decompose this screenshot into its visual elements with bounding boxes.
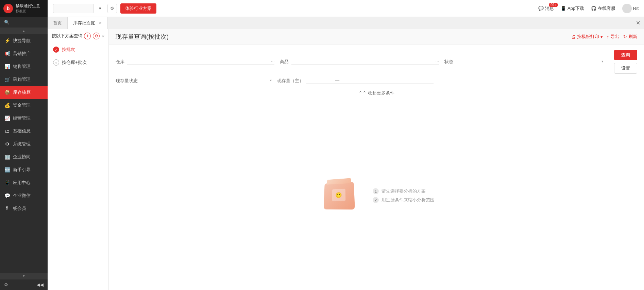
sidebar-item-label: 库存核算	[13, 89, 31, 95]
filter-inventory-quantity: 现存量（主） —	[277, 78, 433, 84]
message-icon: 💬	[538, 6, 544, 11]
topbar-gear-btn[interactable]: ⚙	[107, 4, 117, 13]
sidebar-item-basics[interactable]: 🗂 基础信息	[0, 125, 48, 138]
sidebar-item-label: 销售管理	[13, 64, 31, 70]
sidebar-search[interactable]: 🔍	[0, 17, 48, 28]
empty-box-face: 😐	[332, 189, 345, 201]
purchase-icon: 🛒	[4, 76, 10, 83]
tab-home[interactable]: 首页	[48, 17, 68, 29]
empty-box: 😐	[324, 182, 355, 210]
page-title-actions: 🖨 按模板打印 ▾ ↑ 导出 ↻ 刷新	[571, 34, 638, 40]
scheme-inactive-icon: ○	[53, 59, 59, 66]
sidebar-item-system[interactable]: ⚙ 系统管理	[0, 138, 48, 150]
add-scheme-btn[interactable]: +	[84, 33, 91, 39]
product-input-wrap: ···	[291, 59, 439, 65]
settings-btn[interactable]: 设置	[614, 63, 637, 74]
sidebar-item-label: 采购管理	[13, 76, 31, 83]
tab-close-icon[interactable]: ✕	[99, 21, 102, 25]
sidebar-item-enterprise[interactable]: 🏢 企业协同	[0, 150, 48, 163]
sidebar-item-label: 快捷导航	[13, 38, 31, 44]
sidebar-item-label: 营销推广	[13, 51, 31, 57]
print-dropdown-icon[interactable]: ▾	[600, 34, 603, 39]
sidebar-scroll-up[interactable]: ▲	[0, 28, 48, 34]
experience-btn[interactable]: 体验行业方案	[120, 3, 156, 14]
sidebar-item-label: 畅会员	[13, 205, 26, 212]
sidebar-item-purchase[interactable]: 🛒 采购管理	[0, 73, 48, 86]
online-service-btn[interactable]: 🎧 在线客服	[591, 5, 615, 12]
topbar-search-input[interactable]	[53, 4, 94, 13]
left-panel-title: 按以下方案查询	[52, 33, 83, 39]
topbar-dropdown-icon[interactable]: ▾	[96, 4, 104, 13]
quantity-to-input[interactable]	[341, 78, 368, 83]
enterprise-icon: 🏢	[4, 154, 10, 160]
printer-icon: 🖨	[571, 34, 576, 39]
query-btn[interactable]: 查询	[614, 50, 637, 60]
status-select[interactable]: ▾	[456, 59, 603, 64]
sidebar-item-quicknav[interactable]: ⚡ 快捷导航	[0, 34, 48, 47]
user-avatar-btn[interactable]: Rit	[622, 4, 639, 13]
system-icon: ⚙	[4, 141, 10, 147]
warehouse-input[interactable]	[127, 59, 271, 64]
inventory-status-select[interactable]: ▾	[140, 78, 272, 83]
quicknav-icon: ⚡	[4, 38, 10, 44]
scheme-active-icon: ✓	[53, 47, 59, 53]
export-btn[interactable]: ↑ 导出	[607, 34, 620, 40]
settings-icon[interactable]: ⚙	[4, 282, 8, 287]
sidebar-item-marketing[interactable]: 📢 营销推广	[0, 47, 48, 60]
sidebar-scroll-down[interactable]: ▼	[0, 273, 48, 279]
sidebar-item-newguide[interactable]: 🆕 新手引导	[0, 163, 48, 176]
filter-status: 状态 ▾	[444, 59, 603, 65]
filter-product: 商品 ···	[280, 59, 439, 65]
edit-scheme-btn[interactable]: ⚙	[93, 33, 100, 39]
left-panel: 按以下方案查询 + ⚙ « ✓ 按批次 ○ 按仓库+批次	[48, 29, 109, 290]
app-download-btn[interactable]: 📱 App下载	[561, 5, 584, 12]
filter-warehouse: 仓库 ···	[116, 59, 274, 65]
headset-icon: 🎧	[591, 6, 596, 11]
collapse-panel-btn[interactable]: «	[102, 33, 104, 39]
left-panel-header: 按以下方案查询 + ⚙ «	[48, 29, 108, 43]
main-area: ▾ ⚙ 体验行业方案 💬 消息 99+ 📱 App下载 🎧 在线客服 Rit	[48, 0, 644, 290]
sidebar-item-finance[interactable]: 💰 资金管理	[0, 99, 48, 112]
filter-row-2: 现存量状态 ▾ 现存量（主） —	[116, 78, 637, 84]
refresh-btn[interactable]: ↻ 刷新	[623, 34, 637, 40]
filter-actions: 查询 设置	[614, 50, 637, 74]
sidebar-item-sales[interactable]: 📊 销售管理	[0, 60, 48, 73]
hint-number-1: 1	[373, 188, 379, 194]
quantity-dash: —	[335, 78, 339, 83]
sidebar-item-appcenter[interactable]: 📱 应用中心	[0, 176, 48, 189]
tab-home-label: 首页	[53, 20, 62, 26]
quantity-from-input[interactable]	[306, 78, 334, 83]
sidebar-item-member[interactable]: 🎖 畅会员	[0, 202, 48, 215]
sidebar-footer: ⚙ ◀◀	[0, 279, 48, 290]
scheme-item-label: 按仓库+批次	[62, 59, 87, 66]
empty-state: 😐 1 请先选择要分析的方案 2 用过滤条件来缩小分析范围	[109, 101, 644, 290]
sidebar-item-inventory[interactable]: 📦 库存核算	[0, 86, 48, 99]
warehouse-dots[interactable]: ···	[271, 59, 274, 64]
hint-number-2: 2	[373, 197, 379, 203]
collapse-more-btn[interactable]: ⌃⌃ 收起更多条件	[116, 88, 637, 98]
tabs-close-all-btn[interactable]: ✕	[632, 17, 644, 29]
inventory-status-label: 现存量状态	[116, 78, 138, 84]
collapse-icon[interactable]: ◀◀	[37, 282, 44, 287]
sales-icon: 📊	[4, 64, 10, 70]
message-badge: 99+	[549, 3, 558, 7]
sidebar-item-label: 资金管理	[13, 102, 31, 108]
product-input[interactable]	[291, 59, 435, 64]
sidebar-item-label: 系统管理	[13, 141, 31, 147]
tab-inventory-batch[interactable]: 库存批次账 ✕	[68, 17, 108, 29]
tab-inventory-label: 库存批次账	[73, 20, 95, 26]
empty-text-area: 1 请先选择要分析的方案 2 用过滤条件来缩小分析范围	[373, 188, 435, 203]
product-dots[interactable]: ···	[436, 59, 439, 64]
sidebar-item-label: 企业协同	[13, 154, 31, 160]
quantity-input-wrap: —	[306, 78, 433, 84]
inventory-status-arrow: ▾	[270, 78, 272, 82]
messages-btn[interactable]: 💬 消息 99+	[538, 5, 554, 12]
empty-illustration: 😐	[318, 175, 359, 216]
scheme-item-warehouse-batch[interactable]: ○ 按仓库+批次	[48, 56, 108, 69]
inventory-quantity-label: 现存量（主）	[277, 78, 304, 84]
scheme-item-batch[interactable]: ✓ 按批次	[48, 43, 108, 56]
finance-icon: 💰	[4, 102, 10, 108]
sidebar-item-operations[interactable]: 📈 经营管理	[0, 112, 48, 125]
print-btn[interactable]: 🖨 按模板打印 ▾	[571, 34, 603, 40]
sidebar-item-wechat[interactable]: 💬 企业微信	[0, 189, 48, 202]
